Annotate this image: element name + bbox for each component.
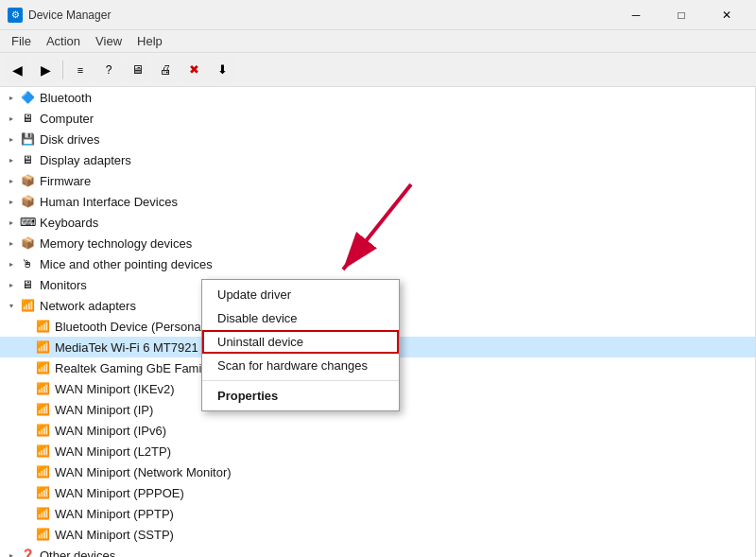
toolbar-help-button[interactable]: ? — [95, 57, 122, 83]
toolbar-remove-button[interactable]: ✖ — [180, 57, 207, 83]
minimize-button[interactable]: ─ — [614, 0, 658, 30]
device-icon: 📶 — [34, 484, 51, 501]
device-icon: ❓ — [19, 547, 36, 557]
device-icon: 📶 — [34, 526, 51, 543]
expander-icon — [19, 444, 34, 459]
expander-icon: ▸ — [4, 277, 19, 292]
tree-item-other[interactable]: ▸❓Other devices — [0, 545, 755, 557]
expander-icon: ▸ — [4, 131, 19, 147]
expander-icon — [19, 506, 34, 521]
device-label: WAN Miniport (Network Monitor) — [55, 465, 232, 479]
device-icon: 📶 — [34, 318, 51, 335]
window-controls: ─ □ ✕ — [614, 0, 748, 30]
forward-button[interactable]: ▶ — [32, 57, 59, 83]
device-icon: 📦 — [19, 193, 36, 210]
expander-icon — [19, 402, 34, 417]
close-button[interactable]: ✕ — [705, 0, 748, 30]
device-label: Monitors — [40, 278, 87, 292]
toolbar-download-button[interactable]: ⬇ — [209, 57, 235, 83]
device-icon: ⌨ — [19, 214, 36, 231]
tree-item-wan_sstp[interactable]: 📶WAN Miniport (SSTP) — [0, 524, 755, 545]
back-button[interactable]: ◀ — [4, 57, 30, 83]
device-label: Network adapters — [40, 299, 136, 313]
menu-help[interactable]: Help — [129, 32, 170, 50]
toolbar-separator-1 — [62, 61, 63, 79]
device-icon: 📶 — [34, 339, 51, 356]
context-menu-item-scan[interactable]: Scan for hardware changes — [202, 354, 399, 377]
device-icon: 📶 — [34, 443, 51, 460]
tree-item-wan_net[interactable]: 📶WAN Miniport (Network Monitor) — [0, 461, 755, 482]
device-icon: 📦 — [19, 235, 36, 252]
device-label: Firmware — [40, 174, 91, 188]
device-label: WAN Miniport (L2TP) — [55, 444, 171, 459]
toolbar: ◀ ▶ ≡ ? 🖥 🖨 ✖ ⬇ — [0, 53, 756, 87]
expander-icon — [19, 360, 34, 375]
device-icon: 📶 — [34, 505, 51, 522]
context-menu-item-uninstall[interactable]: Uninstall device — [202, 330, 399, 354]
device-label: Memory technology devices — [40, 236, 192, 251]
device-icon: 🖥 — [19, 151, 36, 168]
toolbar-list-button[interactable]: ≡ — [67, 57, 94, 83]
context-menu-item-disable[interactable]: Disable device — [202, 306, 399, 330]
menu-file[interactable]: File — [4, 32, 39, 50]
expander-icon: ▸ — [4, 548, 19, 557]
menu-view[interactable]: View — [88, 32, 129, 50]
device-icon: 💾 — [19, 131, 36, 148]
expander-icon: ▸ — [4, 194, 19, 209]
context-menu-item-update[interactable]: Update driver — [202, 283, 399, 306]
tree-item-mice[interactable]: ▸🖱Mice and other pointing devices — [0, 253, 755, 274]
device-icon: 📶 — [34, 463, 51, 480]
device-icon: 📶 — [34, 380, 51, 397]
expander-icon: ▸ — [4, 173, 19, 188]
device-icon: 📶 — [34, 359, 51, 376]
expander-icon — [19, 464, 34, 479]
device-icon: 🔷 — [19, 89, 36, 106]
device-icon: 📶 — [19, 297, 36, 314]
menu-action[interactable]: Action — [39, 32, 88, 50]
device-label: Computer — [40, 112, 94, 126]
tree-item-displayadapters[interactable]: ▸🖥Display adapters — [0, 149, 755, 170]
tree-item-memory[interactable]: ▸📦Memory technology devices — [0, 233, 755, 253]
device-icon: 📦 — [19, 172, 36, 189]
device-label: Mice and other pointing devices — [40, 257, 213, 271]
expander-icon — [19, 485, 34, 500]
expander-icon: ▸ — [4, 256, 19, 271]
titlebar: ⚙ Device Manager ─ □ ✕ — [0, 0, 756, 30]
expander-icon — [19, 381, 34, 396]
device-label: Other devices — [40, 548, 115, 558]
device-label: Keyboards — [40, 216, 98, 230]
expander-icon: ▸ — [4, 235, 19, 251]
device-icon: 🖱 — [19, 255, 36, 272]
tree-item-bluetooth[interactable]: ▸🔷Bluetooth — [0, 87, 755, 108]
expander-icon — [19, 527, 34, 542]
expander-icon — [19, 339, 34, 355]
tree-item-diskdrives[interactable]: ▸💾Disk drives — [0, 129, 755, 149]
device-icon: 🖥 — [19, 276, 36, 293]
context-menu-separator — [202, 380, 399, 381]
tree-item-wan_l2tp[interactable]: 📶WAN Miniport (L2TP) — [0, 441, 755, 461]
expander-icon: ▸ — [4, 215, 19, 230]
tree-item-firmware[interactable]: ▸📦Firmware — [0, 170, 755, 191]
maximize-button[interactable]: □ — [660, 0, 703, 30]
context-menu: Update driverDisable deviceUninstall dev… — [201, 279, 400, 411]
device-label: Disk drives — [40, 132, 100, 147]
device-label: WAN Miniport (SSTP) — [55, 528, 174, 542]
tree-item-hid[interactable]: ▸📦Human Interface Devices — [0, 191, 755, 212]
device-label: Human Interface Devices — [40, 195, 178, 209]
tree-item-wan_pppoe[interactable]: 📶WAN Miniport (PPPOE) — [0, 482, 755, 503]
window-title: Device Manager — [28, 9, 614, 22]
toolbar-screen-button[interactable]: 🖥 — [124, 57, 150, 83]
tree-item-keyboards[interactable]: ▸⌨Keyboards — [0, 212, 755, 233]
tree-item-computer[interactable]: ▸🖥Computer — [0, 108, 755, 129]
toolbar-print-button[interactable]: 🖨 — [152, 57, 179, 83]
device-label: Bluetooth — [40, 91, 92, 105]
expander-icon: ▸ — [4, 90, 19, 105]
tree-item-wan_ipv6[interactable]: 📶WAN Miniport (IPv6) — [0, 420, 755, 441]
device-label: WAN Miniport (IPv6) — [55, 424, 166, 438]
context-menu-item-properties[interactable]: Properties — [202, 384, 399, 408]
expander-icon — [19, 423, 34, 438]
device-label: WAN Miniport (PPTP) — [55, 507, 174, 521]
device-label: WAN Miniport (PPPOE) — [55, 486, 184, 500]
app-icon: ⚙ — [8, 8, 23, 23]
tree-item-wan_pptp[interactable]: 📶WAN Miniport (PPTP) — [0, 503, 755, 524]
